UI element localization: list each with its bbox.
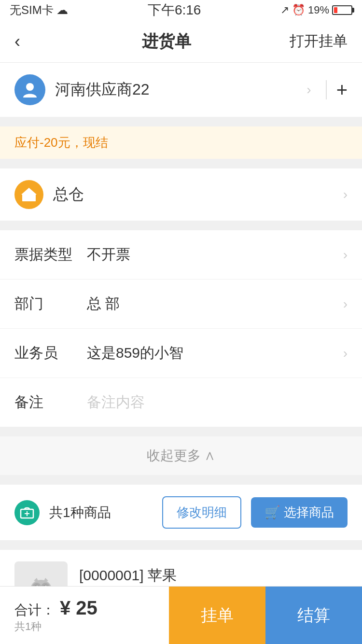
department-arrow: › bbox=[343, 296, 348, 312]
warehouse-icon-wrap bbox=[14, 180, 43, 209]
battery-text: 19% bbox=[308, 4, 329, 16]
products-header: 共1种商品 修改明细 🛒 选择商品 bbox=[0, 485, 362, 540]
svg-marker-2 bbox=[21, 188, 37, 195]
status-left: 无SIM卡 ☁ bbox=[10, 2, 68, 18]
total-count: 共1种 bbox=[14, 619, 154, 634]
open-pending-button[interactable]: 打开挂单 bbox=[290, 31, 348, 51]
product-name: [0000001] 苹果 bbox=[79, 566, 325, 586]
svg-point-0 bbox=[26, 83, 34, 91]
supplier-name: 河南供应商22 bbox=[55, 79, 306, 100]
checkout-button[interactable]: 结算 bbox=[265, 587, 362, 644]
battery-icon bbox=[332, 5, 352, 15]
department-label: 部门 bbox=[14, 294, 87, 314]
supplier-avatar bbox=[14, 74, 45, 105]
warehouse-icon bbox=[20, 186, 38, 203]
modify-detail-button[interactable]: 修改明细 bbox=[162, 496, 241, 529]
back-button[interactable]: ‹ bbox=[14, 31, 43, 52]
remark-input[interactable]: 备注内容 bbox=[87, 392, 348, 412]
remark-row[interactable]: 备注 备注内容 bbox=[0, 378, 362, 427]
salesperson-row[interactable]: 业务员 这是859的小智 › bbox=[0, 329, 362, 378]
collapse-label: 收起更多 ∧ bbox=[147, 447, 216, 465]
form-section: 票据类型 不开票 › 部门 总 部 › 业务员 这是859的小智 › 备注 备注… bbox=[0, 230, 362, 427]
svg-rect-3 bbox=[27, 196, 31, 201]
invoice-type-row[interactable]: 票据类型 不开票 › bbox=[0, 230, 362, 280]
page-title: 进货单 bbox=[142, 30, 191, 53]
total-label: 合计： bbox=[14, 601, 55, 619]
cart-icon bbox=[20, 505, 34, 520]
alarm-icon: ⏰ bbox=[292, 4, 305, 16]
notice-banner: 应付-20元，现结 bbox=[0, 126, 362, 159]
person-icon bbox=[21, 81, 39, 98]
collapse-bar[interactable]: 收起更多 ∧ bbox=[0, 436, 362, 475]
select-product-icon: 🛒 bbox=[265, 505, 280, 520]
svg-marker-15 bbox=[34, 578, 39, 582]
status-bar: 无SIM卡 ☁ 下午6:16 ↗ ⏰ 19% bbox=[0, 0, 362, 20]
hang-button[interactable]: 挂单 bbox=[169, 587, 265, 644]
total-amount: ¥ 25 bbox=[60, 597, 97, 619]
location-icon: ↗ bbox=[280, 4, 289, 16]
supplier-row[interactable]: 河南供应商22 › + bbox=[0, 63, 362, 117]
bottom-bar: 合计： ¥ 25 共1种 挂单 结算 bbox=[0, 586, 362, 644]
warehouse-name: 总仓 bbox=[53, 184, 343, 205]
remark-label: 备注 bbox=[14, 392, 87, 412]
warehouse-arrow-icon: › bbox=[343, 187, 348, 202]
department-value: 总 部 bbox=[87, 294, 343, 314]
svg-marker-16 bbox=[43, 578, 48, 582]
select-product-button[interactable]: 🛒 选择商品 bbox=[251, 497, 348, 528]
status-right: ↗ ⏰ 19% bbox=[280, 4, 352, 16]
carrier-text: 无SIM卡 ☁ bbox=[10, 2, 68, 18]
salesperson-arrow: › bbox=[343, 346, 348, 361]
add-supplier-button[interactable]: + bbox=[336, 79, 348, 101]
warehouse-row[interactable]: 总仓 › bbox=[0, 168, 362, 221]
nav-bar: ‹ 进货单 打开挂单 bbox=[0, 20, 362, 63]
supplier-section: 河南供应商22 › + bbox=[0, 63, 362, 117]
status-time: 下午6:16 bbox=[148, 1, 201, 19]
invoice-type-value: 不开票 bbox=[87, 245, 343, 265]
department-row[interactable]: 部门 总 部 › bbox=[0, 280, 362, 329]
product-count-text: 共1种商品 bbox=[49, 504, 153, 522]
select-product-label: 选择商品 bbox=[284, 504, 334, 521]
product-count-icon bbox=[14, 500, 40, 525]
invoice-type-label: 票据类型 bbox=[14, 245, 87, 265]
invoice-type-arrow: › bbox=[343, 247, 348, 263]
supplier-arrow-icon: › bbox=[306, 82, 311, 98]
total-section: 合计： ¥ 25 共1种 bbox=[0, 587, 169, 644]
salesperson-label: 业务员 bbox=[14, 343, 87, 363]
divider bbox=[326, 80, 327, 99]
salesperson-value: 这是859的小智 bbox=[87, 343, 343, 363]
